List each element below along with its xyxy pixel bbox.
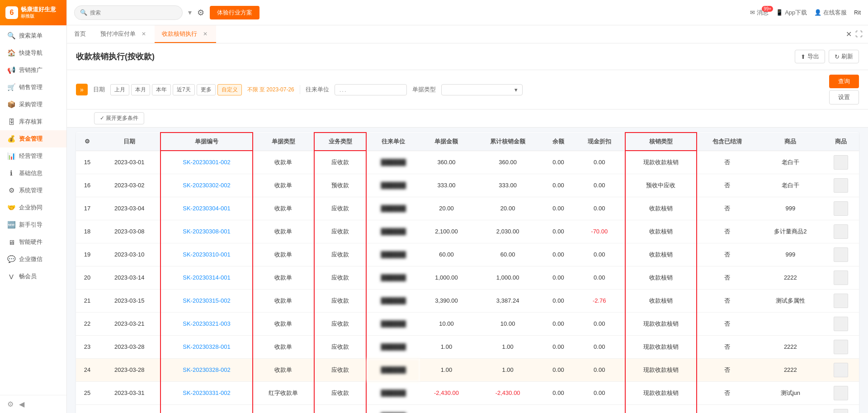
tab-close-all-icon[interactable]: ✕ — [846, 30, 852, 38]
cell-voucher-type: 收款单 — [253, 358, 315, 381]
marketing-icon: 📢 — [7, 66, 15, 74]
tab-collection-close[interactable]: ✕ — [202, 30, 209, 38]
sidebar-item-operation[interactable]: 📊经营管理 — [0, 147, 66, 165]
voucher-link[interactable]: SK-20230321-003 — [183, 320, 231, 327]
cell-voucher-no[interactable]: SK-20230331-002 — [160, 381, 252, 404]
sidebar-item-quicknav[interactable]: 🏠快捷导航 — [0, 44, 66, 62]
tab-prepay-close[interactable]: ✕ — [140, 30, 147, 38]
cell-product2 — [823, 174, 859, 197]
cell-product2 — [823, 358, 859, 381]
topbar: 🔍 ▾ ⚙ 体验行业方案 ✉ 消息 99+ 📱 App下载 👤 在线客服 Rit — [67, 0, 868, 25]
sidebar-item-basic[interactable]: ℹ基础信息 — [0, 165, 66, 182]
voucher-link[interactable]: SK-20230315-002 — [183, 297, 231, 304]
table-row: 232023-03-28SK-20230328-001收款单应收款██████1… — [76, 335, 859, 358]
more-date-btn[interactable]: 更多 — [197, 84, 216, 95]
voucher-link[interactable]: SK-20230301-002 — [183, 159, 231, 166]
gear-icon[interactable]: ⚙ — [197, 8, 204, 18]
finance-icon: 💰 — [7, 135, 15, 143]
wechat-icon: 💬 — [7, 255, 15, 263]
query-btn[interactable]: 查询 — [829, 75, 859, 88]
search-input[interactable] — [90, 9, 177, 16]
settings-icon[interactable]: ⚙ — [7, 400, 14, 408]
cell-voucher-no[interactable]: SK-20230304-001 — [160, 197, 252, 220]
product-thumbnail — [834, 340, 848, 354]
export-btn[interactable]: ⬆ 导出 — [795, 50, 825, 63]
sidebar-item-finance[interactable]: 💰资金管理 — [0, 130, 66, 147]
sidebar-item-system[interactable]: ⚙系统管理 — [0, 182, 66, 199]
voucher-link[interactable]: SK-20230310-001 — [183, 251, 231, 258]
this-month-btn[interactable]: 本月 — [131, 84, 150, 95]
inventory-icon: 🗄 — [7, 118, 15, 126]
search-box[interactable]: 🔍 — [74, 5, 183, 20]
app-download-btn[interactable]: 📱 App下载 — [776, 9, 807, 17]
user-info[interactable]: Rit — [854, 9, 861, 16]
cell-cash-discount: 0.00 — [574, 151, 625, 174]
custom-date-btn[interactable]: 自定义 — [217, 84, 242, 95]
tab-home[interactable]: 首页 — [67, 25, 93, 43]
sidebar-item-wechat[interactable]: 💬企业微信 — [0, 251, 66, 268]
cell-voucher-no[interactable]: SK-20230308-001 — [160, 220, 252, 243]
voucher-link[interactable]: SK-20230328-001 — [183, 343, 231, 350]
cell-amount: 2,100.00 — [420, 220, 473, 243]
sidebar-item-enterprise[interactable]: 🤝企业协同 — [0, 199, 66, 216]
page-actions: ⬆ 导出 ↻ 刷新 — [795, 50, 859, 70]
cell-product: 老白干 — [758, 174, 823, 197]
filter-more-row: ✓ 展开更多条件 — [67, 109, 868, 128]
online-service-btn[interactable]: 👤 在线客服 — [814, 9, 847, 17]
service-icon: 👤 — [814, 9, 821, 16]
sidebar-item-search[interactable]: 🔍搜索菜单 — [0, 27, 66, 44]
voucher-link[interactable]: SK-20230308-001 — [183, 228, 231, 235]
cell-voucher-no[interactable]: SK-20230301-002 — [160, 151, 252, 174]
expand-more-btn[interactable]: ✓ 展开更多条件 — [94, 112, 144, 124]
sidebar-item-purchase[interactable]: 📦采购管理 — [0, 96, 66, 113]
cell-voucher-no[interactable]: SK-20230321-003 — [160, 312, 252, 335]
settings-btn[interactable]: 设置 — [829, 90, 859, 104]
cell-voucher-type: 收款单 — [253, 220, 315, 243]
product-thumbnail — [834, 178, 848, 193]
cell-voucher-no[interactable]: SK-20230310-001 — [160, 243, 252, 266]
filter-bar: » 日期 上月 本月 本年 近7天 更多 自定义 不限 至 2023-07-26… — [67, 70, 868, 109]
tab-fullscreen-icon[interactable]: ⛶ — [855, 30, 863, 38]
filter-expand-btn[interactable]: » — [76, 84, 88, 95]
cell-balance: 0.00 — [542, 404, 574, 413]
last-7days-btn[interactable]: 近7天 — [173, 84, 195, 95]
message-btn[interactable]: ✉ 消息 99+ — [750, 9, 769, 17]
this-year-btn[interactable]: 本年 — [152, 84, 171, 95]
date-range-display: 不限 至 2023-07-26 — [247, 86, 294, 94]
cell-amount: 20.00 — [420, 197, 473, 220]
member-icon: V — [7, 273, 15, 280]
sidebar-item-hardware[interactable]: 🖥智能硬件 — [0, 233, 66, 251]
voucher-type-select[interactable]: ▾ — [441, 84, 523, 95]
refresh-icon: ↻ — [835, 53, 840, 60]
cell-voucher-no[interactable]: SK-20230315-002 — [160, 289, 252, 312]
dropdown-icon[interactable]: ▾ — [188, 8, 192, 17]
cell-balance: 0.00 — [542, 243, 574, 266]
basic-icon: ℹ — [7, 169, 15, 177]
sidebar-item-marketing[interactable]: 📢营销推广 — [0, 62, 66, 79]
refresh-btn[interactable]: ↻ 刷新 — [829, 50, 859, 63]
solution-btn[interactable]: 体验行业方案 — [210, 6, 259, 19]
cell-voucher-no[interactable]: SK-20230302-002 — [160, 174, 252, 197]
cell-voucher-no[interactable]: SK-20230328-001 — [160, 335, 252, 358]
voucher-link[interactable]: SK-20230304-001 — [183, 205, 231, 212]
sidebar-item-inventory[interactable]: 🗄库存核算 — [0, 113, 66, 130]
counterparty-select[interactable]: ... — [335, 84, 407, 95]
filter-action-btns: 查询 设置 — [829, 75, 859, 104]
last-month-btn[interactable]: 上月 — [110, 84, 129, 95]
cell-voucher-no[interactable]: SK-20230403-002 — [160, 404, 252, 413]
sidebar-item-sales[interactable]: 🛒销售管理 — [0, 79, 66, 96]
cell-voucher-no[interactable]: SK-20230328-002 — [160, 358, 252, 381]
voucher-link[interactable]: SK-20230331-002 — [183, 389, 231, 396]
sidebar-item-member[interactable]: V畅会员 — [0, 268, 66, 285]
cell-product2 — [823, 243, 859, 266]
voucher-link[interactable]: SK-20230314-001 — [183, 274, 231, 281]
sales-icon: 🛒 — [7, 83, 15, 91]
tab-collection[interactable]: 收款核销执行 ✕ — [155, 25, 216, 43]
voucher-link[interactable]: SK-20230302-002 — [183, 182, 231, 189]
voucher-link[interactable]: SK-20230328-002 — [183, 366, 231, 373]
sidebar-item-guide[interactable]: 🆕新手引导 — [0, 216, 66, 233]
collapse-icon[interactable]: ◀ — [19, 400, 24, 408]
cell-date: 2023-03-31 — [99, 381, 160, 404]
tab-prepay[interactable]: 预付冲应付单 ✕ — [93, 25, 155, 43]
cell-voucher-no[interactable]: SK-20230314-001 — [160, 266, 252, 289]
